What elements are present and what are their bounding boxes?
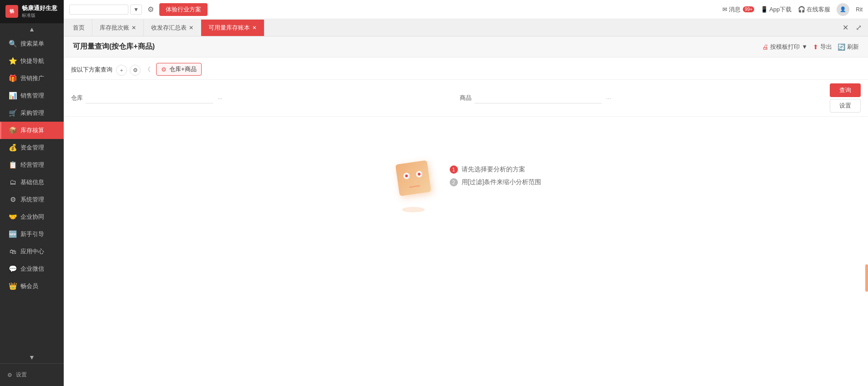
empty-icon bbox=[391, 153, 436, 199]
message-label: 消息 bbox=[729, 5, 741, 14]
sidebar-item-enterprise[interactable]: 🤝 企业协同 bbox=[0, 208, 64, 226]
topbar-app-download[interactable]: 📱 App下载 bbox=[761, 5, 792, 14]
tab-close-button[interactable]: ✕ bbox=[840, 21, 851, 34]
sidebar-label-quick: 快捷导航 bbox=[20, 57, 44, 65]
export-label: 导出 bbox=[820, 43, 832, 51]
tab-label-batch_account: 库存批次账 bbox=[100, 24, 129, 32]
right-scrollbar bbox=[865, 264, 868, 292]
filter-add-btn[interactable]: ＋ bbox=[116, 65, 127, 76]
print-dropdown-icon[interactable]: ▼ bbox=[802, 43, 807, 50]
sidebar-item-marketing[interactable]: 🎁 营销推广 bbox=[0, 70, 64, 87]
sidebar-icon-sales: 📊 bbox=[9, 92, 17, 100]
sidebar-item-operations[interactable]: 📋 经营管理 bbox=[0, 156, 64, 174]
filter-fields: 仓库 ··· 商品 ··· 查询 设置 bbox=[64, 80, 868, 117]
sidebar-item-system[interactable]: ⚙ 系统管理 bbox=[0, 191, 64, 208]
topbar-search-area: ▼ bbox=[69, 5, 142, 15]
sidebar-label-marketing: 营销推广 bbox=[20, 74, 44, 82]
tab-label-recv_summary: 收发存汇总表 bbox=[151, 24, 187, 32]
sidebar-item-newuser[interactable]: 🆕 新手引导 bbox=[0, 226, 64, 243]
sidebar-label-basic: 基础信息 bbox=[20, 178, 44, 186]
username[interactable]: Rit bbox=[856, 6, 863, 13]
filter-config-btn[interactable]: ⚙ bbox=[130, 65, 141, 76]
refresh-icon: 🔄 bbox=[838, 43, 845, 51]
sidebar-item-quick[interactable]: ⭐ 快捷导航 bbox=[0, 52, 64, 70]
filter-submit-btns: 查询 设置 bbox=[830, 83, 861, 113]
step-num-2: 2 bbox=[450, 178, 458, 186]
filter-collapse-btn[interactable]: 《 bbox=[144, 63, 151, 74]
sidebar-item-member[interactable]: 👑 畅会员 bbox=[0, 278, 64, 295]
sidebar-label-appcenter: 应用中心 bbox=[20, 247, 44, 256]
filter-label: 按以下方案查询 bbox=[71, 63, 112, 74]
warehouse-more-btn[interactable]: ··· bbox=[218, 95, 223, 102]
tab-fullscreen-button[interactable]: ⤢ bbox=[853, 21, 864, 34]
tabs-actions: ✕ ⤢ bbox=[840, 21, 868, 34]
content-area: 按以下方案查询 ＋ ⚙ 《 ⚙ 仓库+商品 仓库 ··· 商品 ··· bbox=[64, 57, 868, 386]
empty-state: 1 请先选择要分析的方案 2 用[过滤]条件来缩小分析范围 bbox=[64, 117, 868, 235]
sidebar-label-purchase: 采购管理 bbox=[20, 109, 44, 117]
refresh-btn[interactable]: 🔄 刷新 bbox=[838, 43, 859, 51]
tab-available_ledger[interactable]: 可用量库存账本✕ bbox=[201, 20, 264, 36]
page-title: 可用量查询(按仓库+商品) bbox=[73, 42, 155, 51]
settings-button[interactable]: 设置 bbox=[830, 99, 861, 113]
sidebar-label-newuser: 新手引导 bbox=[20, 230, 44, 238]
filter-scheme-selector[interactable]: ⚙ 仓库+商品 bbox=[156, 63, 202, 76]
product-more-btn[interactable]: ··· bbox=[606, 95, 611, 102]
sidebar-item-appcenter[interactable]: 🛍 应用中心 bbox=[0, 243, 64, 260]
empty-step-1: 1 请先选择要分析的方案 bbox=[450, 165, 542, 174]
topbar-search-input[interactable] bbox=[69, 5, 128, 15]
tab-close-recv_summary[interactable]: ✕ bbox=[189, 25, 193, 31]
sidebar-item-inventory[interactable]: 📦 库存核算 bbox=[0, 122, 64, 139]
tab-batch_account[interactable]: 库存批次账✕ bbox=[92, 20, 144, 36]
page-header: 可用量查询(按仓库+商品) 🖨 按模板打印 ▼ ⬆ 导出 🔄 刷新 bbox=[64, 36, 868, 57]
filter-bar: 按以下方案查询 ＋ ⚙ 《 ⚙ 仓库+商品 bbox=[64, 57, 868, 80]
sidebar-icon-appcenter: 🛍 bbox=[9, 247, 17, 255]
user-avatar[interactable]: 👤 bbox=[837, 3, 849, 16]
export-icon: ⬆ bbox=[813, 43, 818, 51]
sidebar-icon-basic: 🗂 bbox=[9, 178, 17, 186]
tab-home[interactable]: 首页 bbox=[64, 20, 92, 36]
trial-btn[interactable]: 体验行业方案 bbox=[159, 3, 208, 16]
avatar-icon: 👤 bbox=[840, 6, 846, 12]
sidebar-item-basic[interactable]: 🗂 基础信息 bbox=[0, 174, 64, 191]
warehouse-label: 仓库 bbox=[71, 94, 83, 102]
sidebar-icon-search: 🔍 bbox=[9, 40, 17, 48]
step-num-1: 1 bbox=[450, 165, 458, 174]
product-label: 商品 bbox=[460, 94, 472, 102]
print-btn[interactable]: 🖨 按模板打印 ▼ bbox=[762, 43, 807, 51]
sidebar-bottom-settings[interactable]: ⚙ 设置 bbox=[0, 367, 64, 382]
tab-close-available_ledger[interactable]: ✕ bbox=[252, 25, 257, 31]
sidebar-scroll-up[interactable]: ▲ bbox=[0, 23, 64, 35]
product-input[interactable] bbox=[474, 93, 602, 103]
sidebar-icon-finance: 💰 bbox=[9, 144, 17, 152]
app-download-label: App下载 bbox=[769, 5, 792, 14]
step-2-text: 用[过滤]条件来缩小分析范围 bbox=[462, 178, 542, 186]
sidebar-icon-wechat: 💬 bbox=[9, 265, 17, 273]
topbar-online-service[interactable]: 🎧 在线客服 bbox=[798, 5, 830, 14]
sidebar-item-purchase[interactable]: 🛒 采购管理 bbox=[0, 104, 64, 122]
tab-label-home: 首页 bbox=[73, 24, 85, 32]
page-header-actions: 🖨 按模板打印 ▼ ⬆ 导出 🔄 刷新 bbox=[762, 43, 859, 51]
sidebar-item-search[interactable]: 🔍 搜索菜单 bbox=[0, 35, 64, 52]
export-btn[interactable]: ⬆ 导出 bbox=[813, 43, 832, 51]
sidebar-item-finance[interactable]: 💰 资金管理 bbox=[0, 139, 64, 156]
sidebar-label-sales: 销售管理 bbox=[20, 92, 44, 100]
tab-recv_summary[interactable]: 收发存汇总表✕ bbox=[144, 20, 201, 36]
warehouse-input[interactable] bbox=[86, 93, 213, 103]
scheme-label: 仓库+商品 bbox=[169, 65, 197, 73]
topbar-right: ✉ 消息 99+ 📱 App下载 🎧 在线客服 👤 Rit bbox=[722, 3, 863, 16]
topbar: ▼ ⚙ 体验行业方案 ✉ 消息 99+ 📱 App下载 🎧 在线客服 👤 Rit bbox=[64, 0, 868, 19]
sidebar-scroll-down[interactable]: ▼ bbox=[0, 351, 64, 363]
sidebar-bottom: ⚙ 设置 bbox=[0, 363, 64, 386]
settings-icon: ⚙ bbox=[7, 372, 12, 378]
topbar-gear-icon[interactable]: ⚙ bbox=[147, 5, 154, 14]
sidebar-item-wechat[interactable]: 💬 企业微信 bbox=[0, 260, 64, 278]
sidebar-icon-system: ⚙ bbox=[9, 196, 17, 204]
sidebar-icon-member: 👑 bbox=[9, 282, 17, 290]
topbar-message[interactable]: ✉ 消息 99+ bbox=[722, 5, 754, 14]
query-button[interactable]: 查询 bbox=[830, 83, 861, 97]
topbar-search-dropdown[interactable]: ▼ bbox=[130, 5, 142, 15]
print-label: 按模板打印 bbox=[770, 43, 800, 51]
tab-close-batch_account[interactable]: ✕ bbox=[132, 25, 136, 31]
sidebar-item-sales[interactable]: 📊 销售管理 bbox=[0, 87, 64, 104]
sidebar-label-wechat: 企业微信 bbox=[20, 265, 44, 273]
